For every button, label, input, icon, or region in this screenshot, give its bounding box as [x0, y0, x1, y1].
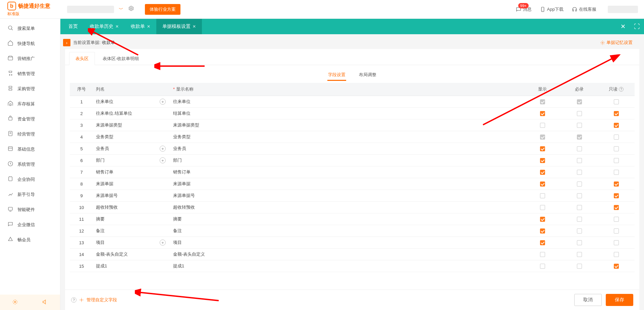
page-tab-2[interactable]: 收款单✕: [125, 19, 156, 34]
checkbox[interactable]: [577, 228, 582, 234]
checkbox[interactable]: [540, 158, 545, 163]
cell-display-name[interactable]: 业务类型: [170, 131, 524, 143]
cell-display-name[interactable]: 来源单据类型: [170, 119, 524, 131]
tab-fullscreen-icon[interactable]: ⛶: [630, 19, 644, 34]
checkbox[interactable]: [540, 205, 545, 210]
sidebar-settings-icon[interactable]: [12, 299, 18, 306]
add-column-icon[interactable]: +: [160, 157, 166, 163]
checkbox[interactable]: [577, 240, 582, 245]
sidebar-item-10[interactable]: 企业协同: [0, 172, 60, 187]
sidebar-item-6[interactable]: 资金管理: [0, 111, 60, 126]
sidebar-sound-icon[interactable]: [42, 299, 48, 306]
checkbox[interactable]: [614, 217, 619, 222]
sidebar-item-7[interactable]: 经营管理: [0, 126, 60, 142]
cell-display-name[interactable]: 项目: [170, 237, 524, 249]
checkbox[interactable]: [577, 158, 582, 163]
save-button[interactable]: 保存: [606, 294, 633, 306]
cell-display-name[interactable]: 摘要: [170, 213, 524, 225]
sidebar-item-4[interactable]: 采购管理: [0, 81, 60, 96]
checkbox[interactable]: [577, 252, 582, 257]
add-column-icon[interactable]: +: [160, 146, 166, 152]
sidebar-item-2[interactable]: 营销推广: [0, 51, 60, 66]
messages-link[interactable]: 99+ 消息: [516, 6, 532, 12]
page-tab-1[interactable]: 收款单历史✕: [84, 19, 125, 34]
checkbox[interactable]: [614, 123, 619, 128]
checkbox[interactable]: [614, 135, 619, 140]
tab-body-area[interactable]: 表体区-收款单明细: [96, 52, 145, 65]
context-collapse-icon[interactable]: ›: [63, 39, 70, 46]
add-column-icon[interactable]: +: [160, 99, 166, 105]
tenant-dropdown-caret[interactable]: ﹀: [119, 6, 123, 12]
checkbox[interactable]: [540, 123, 545, 128]
tab-close-icon[interactable]: ✕: [115, 24, 119, 29]
checkbox[interactable]: [614, 182, 619, 187]
checkbox[interactable]: [540, 264, 545, 269]
cell-display-name[interactable]: 部门: [170, 155, 524, 166]
checkbox[interactable]: [614, 193, 619, 198]
sidebar-item-14[interactable]: 畅会员: [0, 232, 60, 247]
tab-close-all-icon[interactable]: ✕: [616, 19, 630, 34]
cancel-button[interactable]: 取消: [574, 294, 602, 306]
tab-header-area[interactable]: 表头区: [69, 52, 95, 65]
checkbox[interactable]: [577, 205, 582, 210]
page-tab-3[interactable]: 单据模板设置✕: [156, 19, 202, 34]
checkbox[interactable]: [540, 193, 545, 198]
cell-display-name[interactable]: 结算单位: [170, 108, 524, 119]
custom-fields-help-icon[interactable]: ?: [71, 297, 76, 303]
sidebar-item-8[interactable]: 基础信息: [0, 142, 60, 157]
checkbox[interactable]: [577, 182, 582, 187]
checkbox[interactable]: [614, 158, 619, 163]
sidebar-item-13[interactable]: 企业微信: [0, 217, 60, 232]
subtab-field-settings[interactable]: 字段设置: [327, 70, 346, 81]
cell-display-name[interactable]: 金额-表头自定义: [170, 249, 524, 260]
checkbox[interactable]: [577, 146, 582, 151]
app-download-link[interactable]: App下载: [540, 6, 564, 12]
add-column-icon[interactable]: +: [160, 240, 166, 246]
checkbox[interactable]: [540, 146, 545, 151]
checkbox[interactable]: [614, 146, 619, 151]
bill-memory-settings-link[interactable]: 单据记忆设置: [600, 40, 633, 46]
cell-display-name[interactable]: 业务员: [170, 143, 524, 155]
cell-display-name[interactable]: 来源单据: [170, 178, 524, 190]
checkbox[interactable]: [614, 99, 619, 104]
checkbox[interactable]: [540, 228, 545, 234]
sidebar-item-11[interactable]: 新手引导: [0, 187, 60, 202]
checkbox[interactable]: [540, 252, 545, 257]
cell-display-name[interactable]: 来源单据号: [170, 190, 524, 202]
manage-custom-fields-link[interactable]: ? 管理自定义字段: [71, 297, 117, 303]
tab-close-icon[interactable]: ✕: [193, 24, 196, 29]
readonly-help-icon[interactable]: ?: [619, 87, 624, 92]
cell-display-name[interactable]: 销售订单: [170, 166, 524, 178]
checkbox[interactable]: [614, 228, 619, 234]
checkbox[interactable]: [614, 252, 619, 257]
tenant-name-placeholder[interactable]: [67, 6, 114, 13]
sidebar-item-3[interactable]: 销售管理: [0, 66, 60, 81]
checkbox[interactable]: [577, 123, 582, 128]
sidebar-item-1[interactable]: 快捷导航: [0, 36, 60, 51]
checkbox[interactable]: [614, 264, 619, 269]
checkbox[interactable]: [540, 170, 545, 175]
checkbox[interactable]: [577, 111, 582, 116]
cell-display-name[interactable]: 备注: [170, 225, 524, 237]
checkbox[interactable]: [614, 111, 619, 116]
checkbox[interactable]: [540, 111, 545, 116]
sidebar-item-9[interactable]: 系统管理: [0, 157, 60, 172]
subtab-layout-adjust[interactable]: 布局调整: [358, 70, 377, 81]
sidebar-item-12[interactable]: 智能硬件: [0, 202, 60, 217]
checkbox[interactable]: [577, 193, 582, 198]
checkbox[interactable]: [614, 240, 619, 245]
cell-display-name[interactable]: 往来单位: [170, 96, 524, 108]
checkbox[interactable]: [577, 170, 582, 175]
checkbox[interactable]: [614, 170, 619, 175]
user-avatar-placeholder[interactable]: [608, 6, 638, 13]
checkbox[interactable]: [540, 217, 545, 222]
checkbox[interactable]: [577, 264, 582, 269]
support-link[interactable]: 在线客服: [572, 6, 596, 12]
checkbox[interactable]: [540, 182, 545, 187]
checkbox[interactable]: [540, 240, 545, 245]
checkbox[interactable]: [614, 205, 619, 210]
checkbox[interactable]: [577, 217, 582, 222]
cell-display-name[interactable]: 提成1: [170, 260, 524, 272]
page-tab-0[interactable]: 首页: [62, 19, 84, 34]
tab-close-icon[interactable]: ✕: [147, 24, 150, 29]
